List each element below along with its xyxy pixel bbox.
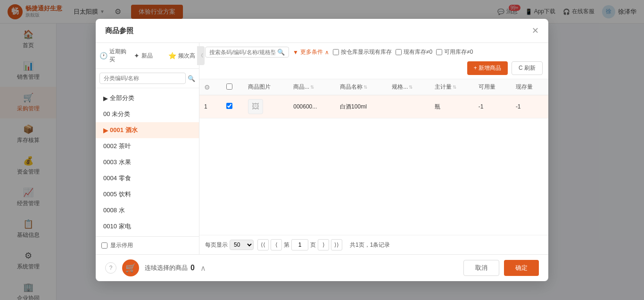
more-filter-btn[interactable]: ▼ 更多条件 ∧ [293,48,329,56]
tab-frequent[interactable]: ⭐ 频次高 [165,43,199,68]
page-input[interactable] [291,239,308,250]
last-page-btn[interactable]: ⟩⟩ [331,239,342,250]
modal-header: 商品参照 ✕ [96,19,548,43]
col-settings[interactable]: ⚙ [199,79,222,95]
row-code: 000600... [289,95,335,118]
tab-recent[interactable]: 🕐 近期购买 [96,43,130,68]
category-item-all[interactable]: ▶ 全部分类 [96,90,199,106]
modal-footer: ? 🛒 连续选择的商品 0 ∧ 取消 确定 [96,254,548,281]
stock-ne0-label: 现有库存≠0 [404,48,432,56]
tab-frequent-label: 频次高 [178,52,195,60]
col-code: 商品... ⇅ [289,79,335,95]
select-all-checkbox[interactable] [226,83,232,90]
modal-close-btn[interactable]: ✕ [532,25,539,36]
show-disabled-checkbox[interactable] [101,242,107,249]
category-item-0003[interactable]: 0003 水果 [96,154,199,170]
category-label-0001: 0001 酒水 [110,126,138,134]
sort-name[interactable]: 商品名称 ⇅ [340,83,382,91]
footer-actions: 取消 确定 [463,260,539,276]
category-label-0003: 0003 水果 [103,158,131,167]
sort-spec-icon: ⇅ [409,84,413,90]
warehouse-checkbox-input[interactable] [333,49,339,55]
page-suffix: 页 [310,241,316,249]
page-label: 第 [284,241,289,249]
category-label-0002: 0002 茶叶 [103,142,131,150]
modal-left-panel: 🕐 近期购买 ✦ 新品 ⭐ 频次高 《 🔍 [96,43,199,254]
category-item-0010[interactable]: 0010 家电 [96,218,199,234]
filter-icon: ▼ [293,49,298,56]
per-page: 每页显示 10 20 50 100 [205,240,254,250]
confirm-btn[interactable]: 确定 [504,260,539,276]
modal-body: 🕐 近期购买 ✦ 新品 ⭐ 频次高 《 🔍 [96,43,548,254]
sort-unit-icon: ⇅ [453,84,456,90]
col-unit: 主计量 ⇅ [430,79,474,95]
modal-title: 商品参照 [105,26,133,35]
modal-right-panel: 🔍 ▼ 更多条件 ∧ 按仓库显示现有库存 现有库存≠0 [199,43,548,254]
category-item-0005[interactable]: 0005 饮料 [96,186,199,202]
help-btn[interactable]: ? [105,262,116,274]
row-unit: 瓶 [430,95,474,118]
category-item-0002[interactable]: 0002 茶叶 [96,138,199,154]
available-ne0-checkbox-input[interactable] [436,49,442,55]
row-name: 白酒100ml [335,95,387,118]
category-item-0001[interactable]: ▶ 0001 酒水 [96,122,199,138]
stock-ne0-checkbox-input[interactable] [396,49,402,55]
toolbar-right: + 新增商品 C 刷新 [467,61,543,75]
category-list: ▶ 全部分类 00 未分类 ▶ 0001 酒水 0002 茶叶 0003 水果 [96,88,199,236]
sort-code[interactable]: 商品... ⇅ [293,83,330,91]
category-label-0008: 0008 水 [103,206,125,215]
per-page-select[interactable]: 10 20 50 100 [230,240,254,250]
checkbox-stock-ne0[interactable]: 现有库存≠0 [396,48,432,56]
cart-btn[interactable]: 🛒 [122,259,139,276]
available-ne0-label: 可用库存≠0 [444,48,473,56]
warehouse-checkbox-label: 按仓库显示现有库存 [341,48,392,56]
add-product-btn[interactable]: + 新增商品 [467,61,508,75]
col-image: 商品图片 [243,79,289,95]
category-label-0004: 0004 零食 [103,174,131,183]
checkbox-available-ne0[interactable]: 可用库存≠0 [436,48,473,56]
col-spec: 规格... ⇅ [387,79,429,95]
product-search-input[interactable] [209,49,275,56]
category-item-0008[interactable]: 0008 水 [96,202,199,218]
category-label-0010: 0010 家电 [103,222,131,231]
sort-name-icon: ⇅ [363,84,367,90]
row-available: -1 [474,95,511,118]
category-search-icon[interactable]: 🔍 [188,75,195,82]
prev-page-btn[interactable]: ⟨ [271,239,282,250]
cart-count: 0 [190,264,195,272]
product-thumbnail: 🖼 [248,99,263,114]
table-row[interactable]: 1 🖼 000600... 白酒100ml 瓶 [199,95,548,118]
checkbox-warehouse[interactable]: 按仓库显示现有库存 [333,48,392,56]
next-page-btn[interactable]: ⟩ [318,239,329,250]
category-arrow-0001: ▶ [103,127,108,134]
row-stock: -1 [511,95,548,118]
col-stock: 现存量 [511,79,548,95]
modal-toolbar: 🔍 ▼ 更多条件 ∧ 按仓库显示现有库存 现有库存≠0 [199,43,548,79]
pagination: 每页显示 10 20 50 100 ⟨⟨ ⟨ 第 页 [199,235,548,254]
col-available: 可用量 [474,79,511,95]
product-search-box: 🔍 [205,47,289,58]
cancel-btn[interactable]: 取消 [463,260,499,276]
sort-unit[interactable]: 主计量 ⇅ [435,83,469,91]
category-item-00[interactable]: 00 未分类 [96,106,199,122]
tab-new[interactable]: ✦ 新品 [130,43,165,68]
left-tabs: 🕐 近期购买 ✦ 新品 ⭐ 频次高 《 [96,43,199,69]
collapse-left-btn[interactable]: 《 [197,46,205,65]
collapse-footer-btn[interactable]: ∧ [200,264,206,273]
category-label-all: 全部分类 [110,94,134,102]
category-search-input[interactable] [99,73,186,84]
table-settings-icon[interactable]: ⚙ [204,83,210,91]
sort-spec[interactable]: 规格... ⇅ [392,83,425,91]
row-checkbox[interactable] [226,103,232,109]
row-index: 1 [199,95,222,118]
product-search-icon[interactable]: 🔍 [277,49,285,56]
first-page-btn[interactable]: ⟨⟨ [257,239,269,250]
frequent-icon: ⭐ [168,52,176,59]
row-spec [387,95,429,118]
category-item-0004[interactable]: 0004 零食 [96,170,199,186]
refresh-btn[interactable]: C 刷新 [512,61,543,75]
category-label-0005: 0005 饮料 [103,190,131,199]
cart-label: 连续选择的商品 0 [145,264,195,272]
filter-collapse-icon: ∧ [325,49,329,56]
per-page-label: 每页显示 [205,241,228,249]
